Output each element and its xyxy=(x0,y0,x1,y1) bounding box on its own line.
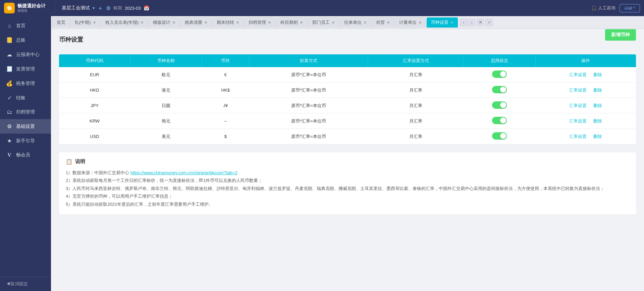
tab-income[interactable]: 收入支出表(年报) ✕ xyxy=(101,17,148,28)
cell-rate-type: 月汇率 xyxy=(368,113,464,129)
col-calc: 折算方式 xyxy=(249,54,368,67)
unpin-button[interactable]: ◀取消固定 xyxy=(0,277,51,291)
sidebar-menu: ⌂ 首页 📒 总账 ☁ 云报表中心 🧾 发票管理 💰 税务管理 xyxy=(0,16,51,277)
toggle-enabled[interactable] xyxy=(492,132,507,140)
cell-symbol: € xyxy=(202,67,249,83)
note-item: 1）数据来源：中国外汇交易中心 https://www.chinamoney.c… xyxy=(66,169,629,177)
tab-close-customers[interactable]: ✕ xyxy=(364,20,367,25)
col-name: 币种名称 xyxy=(130,54,202,67)
cell-enabled[interactable] xyxy=(464,113,535,129)
tab-balance[interactable]: 轧(中期) ✕ xyxy=(70,17,100,28)
tab-currency[interactable]: 币种设置 ✕ xyxy=(427,17,458,28)
tab-dept[interactable]: 部门员工 ✕ xyxy=(308,17,339,28)
new-currency-button[interactable]: 新增币种 xyxy=(605,29,636,41)
tab-close-all-button[interactable]: ✕ xyxy=(477,19,484,26)
col-symbol: 币符 xyxy=(202,54,249,67)
table-row: USD 美元 $ 原币*汇率=本位币 月汇率 汇率设置 删除 xyxy=(59,129,636,144)
tab-prev-button[interactable]: ‹ xyxy=(460,19,467,26)
rate-setting-link[interactable]: 汇率设置 xyxy=(569,118,587,124)
tab-close-balance[interactable]: ✕ xyxy=(93,20,96,25)
tab-close-template[interactable]: ✕ xyxy=(172,20,175,25)
cell-name: 欧元 xyxy=(130,67,202,83)
basic-icon: ⚙ xyxy=(6,123,13,130)
app-subtitle: 旗舰版 xyxy=(17,8,46,13)
toggle-enabled[interactable] xyxy=(492,70,507,78)
tab-close-archive[interactable]: ✕ xyxy=(268,20,271,25)
rate-setting-link[interactable]: 汇率设置 xyxy=(569,103,587,108)
notes-title-text: 说明 xyxy=(75,158,85,165)
cell-enabled[interactable] xyxy=(464,83,535,98)
sidebar-item-home[interactable]: ⌂ 首页 xyxy=(0,19,51,33)
support-button[interactable]: 🎧 人工咨询 xyxy=(591,5,615,11)
tab-close-taxclear[interactable]: ✕ xyxy=(204,20,207,25)
tab-taxclear[interactable]: 税表清册 ✕ xyxy=(180,17,212,28)
cell-symbol: -- xyxy=(202,113,249,129)
tab-archive[interactable]: 归档管理 ✕ xyxy=(244,17,275,28)
calendar-icon[interactable]: 📅 xyxy=(144,5,149,11)
tab-expand-button[interactable]: ⤢ xyxy=(485,19,493,26)
notes-link[interactable]: https://www.chinamoney.com.cn/chinese/bk… xyxy=(130,170,237,175)
cell-enabled[interactable] xyxy=(464,129,535,144)
toggle-enabled[interactable] xyxy=(492,117,507,124)
sidebar-item-tax[interactable]: 💰 税务管理 xyxy=(0,76,51,91)
tab-close-income[interactable]: ✕ xyxy=(141,20,144,25)
rate-setting-link[interactable]: 汇率设置 xyxy=(569,88,587,93)
company-dropdown-icon[interactable]: ▾ xyxy=(93,6,95,10)
cell-rate-type: 月汇率 xyxy=(368,83,464,98)
tab-subjects[interactable]: 科目期初 ✕ xyxy=(276,17,307,28)
tab-close-currency[interactable]: ✕ xyxy=(450,20,453,25)
page-title: 币种设置 xyxy=(59,36,83,44)
cell-rate-type: 月汇率 xyxy=(368,67,464,83)
cell-actions: 汇率设置 删除 xyxy=(535,83,636,98)
toggle-enabled[interactable] xyxy=(492,86,507,93)
delete-link[interactable]: 删除 xyxy=(593,118,602,124)
cell-enabled[interactable] xyxy=(464,98,535,113)
sidebar-item-vip[interactable]: V 畅会员 xyxy=(0,148,51,162)
app-title: 畅捷通好会计 xyxy=(17,3,46,9)
period-label: 账期 xyxy=(113,5,122,11)
notes-icon: 📋 xyxy=(66,158,72,165)
delete-link[interactable]: 删除 xyxy=(593,72,602,77)
cloud-icon: ☁ xyxy=(6,51,13,58)
note-item: 5）系统只能自动抓取2021年度后的汇率，之前年度汇率需要用户手工维护。 xyxy=(66,200,629,208)
tab-periodend[interactable]: 期末结转 ✕ xyxy=(212,17,244,28)
tab-inventory[interactable]: 存货 ✕ xyxy=(372,17,394,28)
tab-next-button[interactable]: › xyxy=(468,19,475,26)
cell-name: 港元 xyxy=(130,83,202,98)
sidebar-item-invoice[interactable]: 🧾 发票管理 xyxy=(0,62,51,76)
sidebar-item-settle[interactable]: ✓ 结账 xyxy=(0,91,51,105)
tab-close-inventory[interactable]: ✕ xyxy=(387,20,390,25)
tab-customers[interactable]: 往来单位 ✕ xyxy=(340,17,371,28)
settings-icon[interactable]: ⚙ xyxy=(106,5,111,11)
tab-unit[interactable]: 计量单位 ✕ xyxy=(395,17,426,28)
table-row: EUR 欧元 € 原币*汇率=本位币 月汇率 汇率设置 删除 xyxy=(59,67,636,83)
cell-calc: 原币*汇率=本位币 xyxy=(249,83,368,98)
sidebar-item-ledger[interactable]: 📒 总账 xyxy=(0,33,51,47)
tab-close-subjects[interactable]: ✕ xyxy=(300,20,303,25)
sidebar-item-archive[interactable]: 🗂 归档管理 xyxy=(0,105,51,119)
sidebar-item-reports[interactable]: ☁ 云报表中心 xyxy=(0,47,51,62)
tab-close-dept[interactable]: ✕ xyxy=(332,20,335,25)
rate-setting-link[interactable]: 汇率设置 xyxy=(569,134,587,139)
rate-setting-link[interactable]: 汇率设置 xyxy=(569,72,587,77)
sidebar-item-basic[interactable]: ⚙ 基础设置 xyxy=(0,119,51,134)
cell-code: HKD xyxy=(59,83,130,98)
note-item: 2）系统自动获取每月第一个工作日的汇率标价，统一为直接标价法，即1外币可以兑换的… xyxy=(66,177,629,184)
tab-home[interactable]: 首页 xyxy=(52,17,70,28)
tab-template[interactable]: 模版设计 ✕ xyxy=(149,17,180,28)
toggle-enabled[interactable] xyxy=(492,101,507,109)
archive-icon: 🗂 xyxy=(6,109,13,115)
tab-close-unit[interactable]: ✕ xyxy=(419,20,422,25)
cell-enabled[interactable] xyxy=(464,67,535,83)
app-logo-icon: 畅 xyxy=(4,3,15,13)
delete-link[interactable]: 删除 xyxy=(593,103,602,108)
tab-close-periodend[interactable]: ✕ xyxy=(236,20,239,25)
delete-link[interactable]: 删除 xyxy=(593,134,602,139)
add-tab-button[interactable]: ＋ xyxy=(97,4,103,12)
settle-icon: ✓ xyxy=(6,95,13,101)
sidebar-item-guide[interactable]: ★ 新手引导 xyxy=(0,134,51,148)
delete-link[interactable]: 删除 xyxy=(593,88,602,93)
tab-bar: 首页 轧(中期) ✕ 收入支出表(年报) ✕ 模版设计 ✕ 税表清册 ✕ xyxy=(51,16,644,29)
unpin-label: ◀取消固定 xyxy=(6,281,28,287)
account-button[interactable]: iAM * xyxy=(620,4,640,12)
